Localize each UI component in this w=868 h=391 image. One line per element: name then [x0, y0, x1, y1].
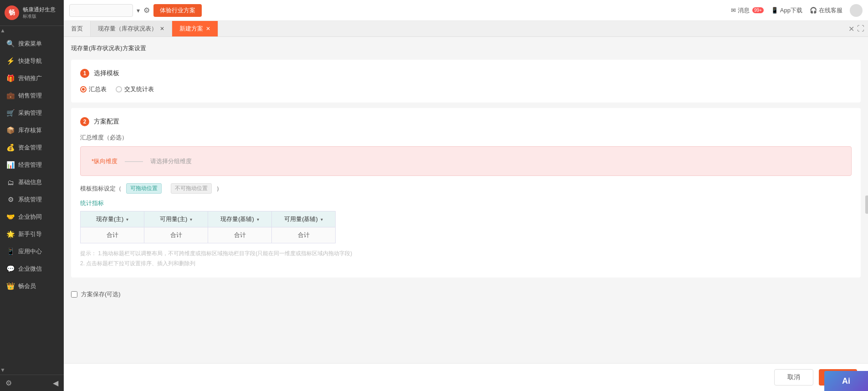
content-area: 现存量(库存状况表)方案设置 1 选择模板 汇总表 交叉统计表 [64, 37, 868, 363]
action-bar: 取消 查询 [64, 363, 868, 391]
sidebar-scroll-up[interactable]: ▲ [0, 26, 64, 35]
draggable-indicator: 可拖动位置 [126, 183, 162, 194]
app-center-icon: 📱 [6, 247, 15, 256]
tab-inventory-status-close[interactable]: ✕ [160, 26, 164, 32]
tab-new-scheme-label: 新建方案 [179, 25, 203, 33]
col-header-3[interactable]: 可用量(基辅) ▾ [272, 211, 336, 227]
radio-summary[interactable]: 汇总表 [80, 85, 107, 93]
hint-area: 提示： 1.拖动标题栏可以调整布局，不可跨维度或指标区域拖动栏目字段(只能在同一… [80, 249, 852, 268]
message-label: 消息 [738, 6, 750, 15]
cancel-button[interactable]: 取消 [774, 369, 813, 386]
user-avatar[interactable] [850, 4, 863, 17]
template-radio-group: 汇总表 交叉统计表 [80, 85, 852, 93]
finance-icon: 💰 [6, 144, 15, 152]
sidebar-item-operation[interactable]: 📊 经营管理 [0, 156, 64, 174]
tab-inventory-status[interactable]: 现存量（库存状况表） ✕ [91, 21, 172, 36]
sidebar-item-wechat[interactable]: 💬 企业微信 [0, 260, 64, 278]
tab-new-scheme-close[interactable]: ✕ [206, 26, 210, 32]
table-cell-0-2: 合计 [208, 227, 272, 243]
expand-button[interactable]: ⛶ [857, 25, 864, 33]
sidebar-item-label-guide: 新手引导 [18, 230, 42, 238]
sidebar-item-finance[interactable]: 💰 资金管理 [0, 139, 64, 156]
sidebar-item-search-menu[interactable]: 🔍 搜索菜单 [0, 35, 64, 52]
sidebar-item-label-member: 畅会员 [18, 282, 36, 290]
message-button[interactable]: ✉ 消息 99+ [731, 6, 764, 15]
table-cell-0-1: 合计 [144, 227, 208, 243]
step1-card: 1 选择模板 汇总表 交叉统计表 [71, 60, 861, 103]
sidebar-item-label-operation: 经营管理 [18, 161, 42, 169]
sidebar-item-quick-nav[interactable]: ⚡ 快捷导航 [0, 52, 64, 70]
system-icon: ⚙ [6, 196, 15, 204]
col-chevron-3: ▾ [321, 217, 323, 222]
settings-footer-icon[interactable]: ⚙ [5, 379, 12, 387]
hint-text-1: 2. 点击标题栏下拉可设置排序、插入列和删除列 [80, 259, 852, 269]
trial-button[interactable]: 体验行业方案 [153, 4, 202, 17]
sidebar-item-base-info[interactable]: 🗂 基础信息 [0, 174, 64, 191]
col-chevron-0: ▾ [126, 217, 128, 222]
sidebar-item-marketing[interactable]: 🎁 营销推广 [0, 70, 64, 87]
sidebar-item-label-purchase: 采购管理 [18, 109, 42, 117]
collapse-icon[interactable]: ◀ [53, 379, 58, 387]
col-header-1[interactable]: 可用量(主) ▾ [144, 211, 208, 227]
dimension-area[interactable]: *纵向维度 —— 请选择分组维度 [80, 146, 852, 176]
sidebar-item-member[interactable]: 👑 畅会员 [0, 278, 64, 295]
message-badge: 99+ [752, 7, 764, 13]
sidebar-item-purchase[interactable]: 🛒 采购管理 [0, 104, 64, 122]
guide-icon: 🌟 [6, 230, 15, 238]
sidebar-item-sales[interactable]: 💼 销售管理 [0, 87, 64, 104]
required-star: *纵向维度 [92, 157, 117, 165]
save-checkbox-label: 方案保存(可选) [81, 290, 121, 298]
hint-text-0: 提示： 1.拖动标题栏可以调整布局，不可跨维度或指标区域拖动栏目字段(只能在同一… [80, 249, 852, 259]
radio-cross[interactable]: 交叉统计表 [116, 85, 154, 93]
resize-handle[interactable] [865, 196, 868, 214]
search-menu-icon: 🔍 [6, 40, 15, 48]
tab-home[interactable]: 首页 [64, 21, 91, 36]
sidebar-item-guide[interactable]: 🌟 新手引导 [0, 226, 64, 243]
page-title: 现存量(库存状况表)方案设置 [71, 44, 861, 52]
step2-badge: 2 [80, 117, 89, 126]
sidebar-logo: 畅 畅康通好生意 标准版 [0, 0, 64, 26]
marketing-icon: 🎁 [6, 74, 15, 82]
sidebar-item-label-wechat: 企业微信 [18, 265, 42, 273]
sidebar-item-app-center[interactable]: 📱 应用中心 [0, 243, 64, 260]
dimension-field-label: 汇总维度（必选） [80, 134, 852, 142]
col-chevron-2: ▾ [257, 217, 259, 222]
tabbar: 首页 现存量（库存状况表） ✕ 新建方案 ✕ ✕ ⛶ [64, 21, 868, 37]
sidebar-item-system[interactable]: ⚙ 系统管理 [0, 191, 64, 208]
table-row-0: 合计 合计 合计 合计 [81, 227, 336, 243]
step2-card: 2 方案配置 汇总维度（必选） *纵向维度 —— 请选择分组维度 模板指标设定（… [71, 108, 861, 278]
radio-cross-label: 交叉统计表 [124, 85, 154, 93]
app-edition: 标准版 [23, 13, 56, 20]
stats-section: 统计指标 现存量(主) ▾ 可用量 [80, 199, 852, 243]
minimize-button[interactable]: ✕ [848, 25, 854, 33]
ai-badge[interactable]: Ai [824, 371, 868, 391]
app-download-button[interactable]: 📱 App下载 [771, 6, 802, 15]
tab-inventory-status-label: 现存量（库存状况表） [98, 25, 157, 33]
save-row: 方案保存(可选) [71, 283, 861, 302]
tab-new-scheme[interactable]: 新建方案 ✕ [172, 21, 218, 36]
app-name: 畅康通好生意 [23, 6, 56, 14]
sidebar-scroll-down[interactable]: ▼ [0, 365, 64, 375]
sidebar-item-label-marketing: 营销推广 [18, 74, 42, 82]
sidebar-item-label-quick-nav: 快捷导航 [18, 57, 42, 65]
radio-summary-label: 汇总表 [89, 85, 107, 93]
sidebar-item-inventory[interactable]: 📦 库存核算 [0, 122, 64, 139]
save-checkbox[interactable] [71, 291, 77, 298]
topbar-search-input[interactable] [69, 4, 133, 17]
radio-cross-dot [116, 86, 122, 93]
radio-summary-dot [80, 86, 87, 93]
col-header-2[interactable]: 现存量(基辅) ▾ [208, 211, 272, 227]
online-service-button[interactable]: 🎧 在线客服 [810, 6, 842, 15]
topbar-dropdown-button[interactable]: ▾ [137, 7, 140, 14]
step2-title: 方案配置 [94, 118, 119, 126]
sidebar-item-cooperation[interactable]: 🤝 企业协同 [0, 208, 64, 226]
topbar-gear-icon[interactable]: ⚙ [143, 6, 150, 15]
inventory-icon: 📦 [6, 126, 15, 134]
step2-header: 2 方案配置 [80, 117, 852, 126]
sidebar-item-label-inventory: 库存核算 [18, 126, 42, 134]
dimension-placeholder: 请选择分组维度 [150, 157, 192, 165]
indicator-setting-close: ） [216, 185, 222, 193]
message-icon: ✉ [731, 7, 736, 14]
topbar-right: ✉ 消息 99+ 📱 App下载 🎧 在线客服 [731, 4, 863, 17]
col-header-0[interactable]: 现存量(主) ▾ [81, 211, 144, 227]
